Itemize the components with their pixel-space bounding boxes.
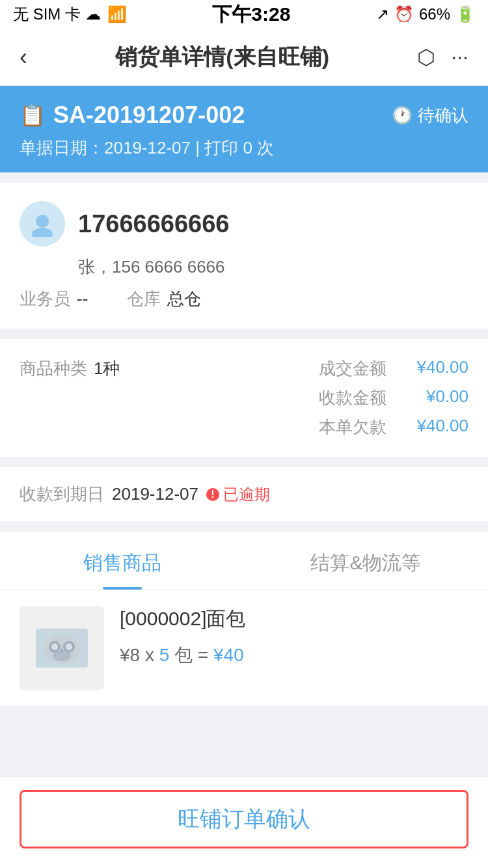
multiply-sign: x: [145, 645, 159, 665]
status-time: 下午3:28: [212, 1, 290, 28]
amounts-section: 成交金额 ¥40.00 收款金额 ¥0.00 本单欠款 ¥40.00: [319, 357, 468, 439]
customer-meta: 业务员 -- 仓库 总仓: [20, 288, 468, 310]
tab-sales-products[interactable]: 销售商品: [0, 532, 244, 590]
content-area: 📋 SA-20191207-002 🕐 待确认 单据日期：2019-12-07 …: [0, 86, 488, 868]
received-amount-value: ¥0.00: [397, 387, 468, 409]
customer-name: 张，156 6666 6666: [20, 256, 468, 278]
owed-amount-label: 本单欠款: [319, 416, 386, 439]
customer-top: 17666666666: [20, 201, 468, 247]
battery-text: 66%: [419, 5, 450, 23]
due-date: 2019-12-07: [112, 484, 198, 504]
product-name: [0000002]面包: [120, 606, 468, 632]
product-types-value: 1种: [94, 357, 120, 380]
tab-settlement-label: 结算&物流等: [310, 552, 421, 573]
overdue-text: 已逾期: [223, 484, 270, 505]
sales-rep-value: --: [77, 289, 88, 309]
deal-amount-label: 成交金额: [319, 357, 386, 380]
equals-sign: =: [198, 645, 213, 665]
unit-text: 包: [174, 645, 193, 665]
status-left: 无 SIM 卡 ☁ 📶: [13, 4, 127, 25]
svg-point-1: [32, 228, 53, 237]
sales-rep-label: 业务员: [20, 288, 70, 310]
wifi-icon: 📶: [107, 5, 127, 23]
order-icon: 📋: [20, 103, 46, 128]
overdue-dot-icon: !: [206, 488, 219, 501]
customer-section: 17666666666 张，156 6666 6666 业务员 -- 仓库 总仓: [0, 183, 488, 329]
product-item: [0000002]面包 ¥8 x 5 包 = ¥40: [20, 606, 468, 690]
order-date: 单据日期：2019-12-07 | 打印 0 次: [20, 137, 468, 159]
nav-bar: ‹ 销货单详情(来自旺铺) ⬡ ···: [0, 29, 488, 86]
nav-actions: ⬡ ···: [417, 45, 468, 70]
svg-point-6: [66, 644, 72, 650]
warehouse-value: 总仓: [167, 288, 201, 310]
order-header: 📋 SA-20191207-002 🕐 待确认 单据日期：2019-12-07 …: [0, 86, 488, 172]
received-amount-row: 收款金额 ¥0.00: [319, 387, 468, 409]
product-list: [0000002]面包 ¥8 x 5 包 = ¥40: [0, 590, 488, 706]
summary-section: 商品种类 1种 成交金额 ¥40.00 收款金额 ¥0.00 本单欠款 ¥40.…: [0, 339, 488, 457]
owed-amount-value: ¥40.00: [397, 416, 468, 439]
confirm-order-button[interactable]: 旺铺订单确认: [20, 790, 468, 848]
clock-icon: 🕐: [392, 105, 413, 126]
product-image: [20, 606, 104, 690]
deal-amount-row: 成交金额 ¥40.00: [319, 357, 468, 380]
status-text: 待确认: [418, 104, 468, 127]
product-image-inner: [36, 629, 88, 668]
overdue-badge: ! 已逾期: [206, 484, 270, 505]
bottom-area: 旺铺订单确认: [0, 777, 488, 868]
tabs-section: 销售商品 结算&物流等: [0, 532, 488, 706]
tabs-header: 销售商品 结算&物流等: [0, 532, 488, 590]
battery-icon: 🔋: [455, 5, 475, 23]
owed-amount-row: 本单欠款 ¥40.00: [319, 416, 468, 439]
product-details: [0000002]面包 ¥8 x 5 包 = ¥40: [120, 606, 468, 668]
status-right: ↗ ⏰ 66% 🔋: [376, 5, 475, 23]
svg-point-7: [53, 651, 71, 661]
status-bar: 无 SIM 卡 ☁ 📶 下午3:28 ↗ ⏰ 66% 🔋: [0, 0, 488, 29]
due-label: 收款到期日: [20, 483, 104, 506]
product-types: 商品种类 1种: [20, 357, 120, 380]
tab-sales-products-label: 销售商品: [83, 552, 161, 573]
location-icon: ↗: [376, 5, 389, 23]
total-value: ¥40: [213, 645, 244, 665]
sales-rep-item: 业务员 --: [20, 288, 88, 310]
order-header-top: 📋 SA-20191207-002 🕐 待确认: [20, 102, 468, 129]
confirm-order-label: 旺铺订单确认: [178, 804, 310, 834]
product-price: ¥8 x 5 包 = ¥40: [120, 643, 468, 668]
warehouse-label: 仓库: [127, 288, 161, 310]
back-button[interactable]: ‹: [20, 44, 27, 71]
tab-settlement[interactable]: 结算&物流等: [244, 532, 488, 590]
share-icon[interactable]: ⬡: [417, 45, 435, 70]
more-icon[interactable]: ···: [451, 45, 468, 69]
received-amount-label: 收款金额: [319, 387, 386, 409]
customer-phone: 17666666666: [78, 210, 229, 238]
product-types-label: 商品种类: [20, 357, 87, 380]
quantity-value: 5: [159, 645, 170, 665]
order-status: 🕐 待确认: [392, 104, 468, 127]
svg-point-5: [51, 644, 58, 650]
svg-point-0: [36, 215, 49, 228]
page-title: 销货单详情(来自旺铺): [115, 42, 329, 72]
alarm-icon: ⏰: [394, 5, 414, 23]
warehouse-item: 仓库 总仓: [127, 288, 201, 310]
price-value: ¥8: [120, 645, 140, 665]
no-sim-text: 无 SIM 卡 ☁: [13, 4, 101, 25]
avatar: [20, 201, 65, 247]
deal-amount-value: ¥40.00: [397, 357, 468, 380]
due-section: 收款到期日 2019-12-07 ! 已逾期: [0, 467, 488, 521]
order-number: SA-20191207-002: [53, 102, 245, 129]
